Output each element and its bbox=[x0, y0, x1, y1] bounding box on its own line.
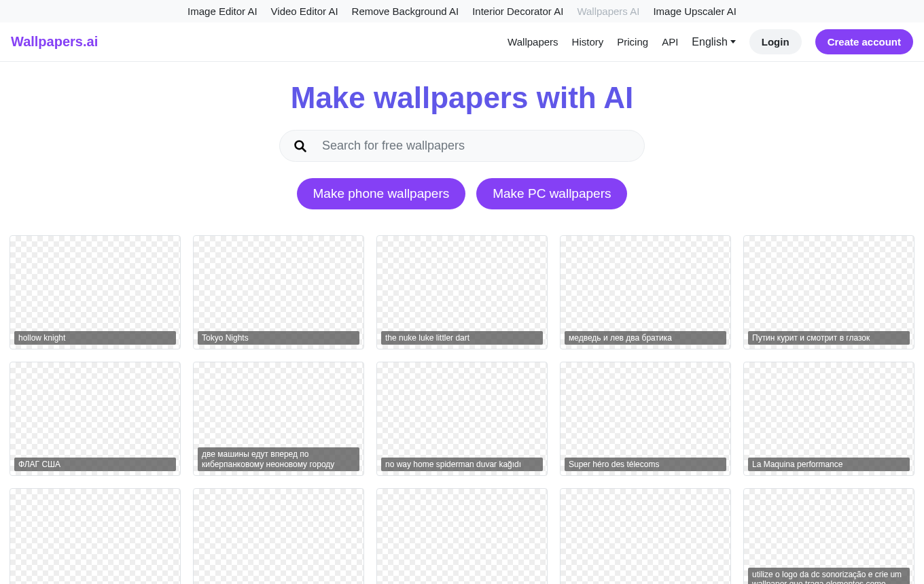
create-account-button[interactable]: Create account bbox=[815, 29, 913, 54]
card-label: utilize o logo da dc sonorização e crie … bbox=[748, 568, 910, 584]
main-nav: Wallpapers History Pricing API English L… bbox=[508, 29, 913, 54]
card-label: La Maquina performance bbox=[748, 458, 910, 471]
top-nav-upscaler[interactable]: Image Upscaler AI bbox=[653, 3, 736, 20]
card-label: hollow knight bbox=[14, 331, 176, 345]
language-label: English bbox=[692, 36, 727, 48]
make-phone-wallpapers-button[interactable]: Make phone wallpapers bbox=[297, 178, 466, 209]
wallpaper-card[interactable]: La Maquina performance bbox=[743, 362, 914, 476]
search-input[interactable] bbox=[322, 139, 630, 153]
wallpaper-card[interactable]: سكس نيك محارم bbox=[560, 488, 731, 584]
nav-wallpapers[interactable]: Wallpapers bbox=[508, 36, 558, 48]
login-button[interactable]: Login bbox=[749, 29, 802, 54]
wallpaper-card[interactable]: Super héro des télecoms bbox=[560, 362, 731, 476]
wallpaper-card[interactable]: leao da tribo de juda bbox=[193, 488, 364, 584]
card-label: две машины едут вперед по киберпанковому… bbox=[198, 447, 359, 471]
card-label: Tokyo Nights bbox=[198, 331, 359, 345]
wallpaper-card[interactable]: две машины едут вперед по киберпанковому… bbox=[193, 362, 364, 476]
wallpaper-gallery: hollow knight Tokyo Nights the nuke luke… bbox=[0, 223, 924, 584]
search-icon bbox=[294, 139, 307, 153]
top-product-nav: Image Editor AI Video Editor AI Remove B… bbox=[0, 0, 924, 22]
wallpaper-card[interactable]: Tokyo Nights bbox=[193, 235, 364, 349]
top-nav-image-editor[interactable]: Image Editor AI bbox=[188, 3, 257, 20]
card-label: the nuke luke littler dart bbox=[381, 331, 543, 345]
wallpaper-card[interactable]: Itachi bbox=[10, 488, 181, 584]
main-header: Wallpapers.ai Wallpapers History Pricing… bbox=[0, 22, 924, 62]
top-nav-wallpapers[interactable]: Wallpapers AI bbox=[577, 3, 639, 20]
nav-pricing[interactable]: Pricing bbox=[617, 36, 648, 48]
logo[interactable]: Wallpapers.ai bbox=[11, 34, 98, 50]
wallpaper-card[interactable]: Путин курит и смотрит в глазок bbox=[743, 235, 914, 349]
nav-api[interactable]: API bbox=[662, 36, 678, 48]
language-dropdown[interactable]: English bbox=[692, 36, 735, 48]
make-pc-wallpapers-button[interactable]: Make PC wallpapers bbox=[476, 178, 627, 209]
card-label: no way home spiderman duvar kağıdı bbox=[381, 458, 543, 471]
wallpaper-card[interactable]: utilize o logo da dc sonorização e crie … bbox=[743, 488, 914, 584]
card-label: медведь и лев два братика bbox=[565, 331, 726, 345]
chevron-down-icon bbox=[730, 40, 736, 44]
wallpaper-card[interactable]: hollow knight bbox=[10, 235, 181, 349]
hero: Make wallpapers with AI Make phone wallp… bbox=[0, 62, 924, 223]
search-box[interactable] bbox=[279, 130, 645, 162]
wallpaper-card[interactable]: ФЛАГ США bbox=[10, 362, 181, 476]
nav-history[interactable]: History bbox=[572, 36, 604, 48]
svg-line-1 bbox=[302, 148, 306, 151]
wallpaper-card[interactable]: سكس مايا bbox=[376, 488, 548, 584]
wallpaper-card[interactable]: медведь и лев два братика bbox=[560, 235, 731, 349]
card-label: Путин курит и смотрит в глазок bbox=[748, 331, 910, 345]
top-nav-interior[interactable]: Interior Decorator AI bbox=[472, 3, 563, 20]
wallpaper-card[interactable]: no way home spiderman duvar kağıdı bbox=[376, 362, 548, 476]
wallpaper-card[interactable]: the nuke luke littler dart bbox=[376, 235, 548, 349]
card-label: ФЛАГ США bbox=[14, 458, 176, 471]
hero-title: Make wallpapers with AI bbox=[14, 81, 910, 115]
top-nav-remove-bg[interactable]: Remove Background AI bbox=[352, 3, 459, 20]
top-nav-video-editor[interactable]: Video Editor AI bbox=[271, 3, 338, 20]
card-label: Super héro des télecoms bbox=[565, 458, 726, 471]
